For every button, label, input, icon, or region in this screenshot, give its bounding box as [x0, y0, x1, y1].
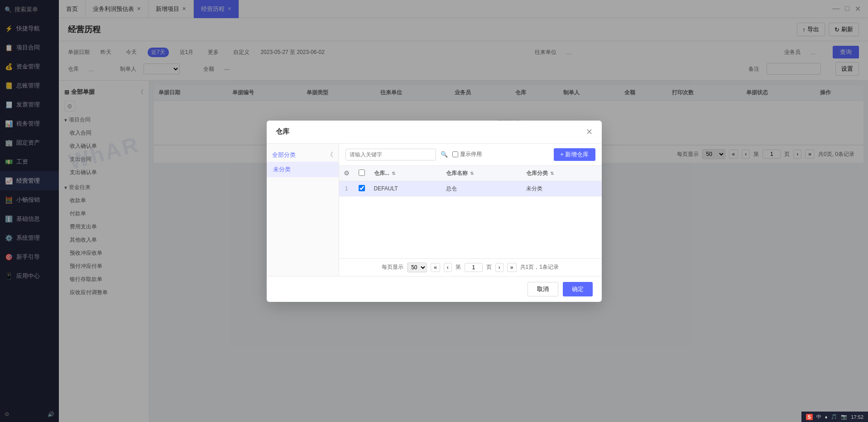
modal-page-label: 第 — [456, 263, 461, 271]
col-settings-icon[interactable]: ⚙ — [344, 170, 350, 177]
show-disabled-checkbox[interactable] — [452, 151, 458, 157]
tray-time: 17:52 — [851, 414, 863, 420]
modal-right-section: 🔍 显示停用 + 新增仓库 ⚙ — [339, 144, 602, 276]
add-warehouse-button[interactable]: + 新增仓库 — [554, 148, 595, 161]
modal-select-all-checkbox[interactable] — [359, 170, 365, 176]
modal-left-collapse-btn[interactable]: 《 — [327, 151, 333, 159]
th-warehouse-code: 仓库... ⇅ — [369, 166, 441, 181]
show-disabled-checkbox-label[interactable]: 显示停用 — [452, 150, 482, 158]
cancel-button[interactable]: 取消 — [528, 282, 558, 296]
tray-diamond-icon: ♦ — [825, 414, 828, 420]
th-settings[interactable]: ⚙ — [339, 166, 354, 181]
modal-table-row[interactable]: 1 DEFAULT 总仓 未分类 — [339, 181, 602, 196]
modal-footer: 取消 确定 — [267, 276, 602, 302]
modal-page-last-btn[interactable]: » — [507, 263, 517, 272]
system-tray: S 中 ♦ 🎵 📷 17:52 — [801, 412, 868, 422]
modal-left-header: 全部分类 《 — [267, 148, 339, 162]
modal-total-text: 共1页，1条记录 — [520, 263, 559, 271]
confirm-button[interactable]: 确定 — [563, 282, 593, 296]
th-check — [354, 166, 369, 181]
modal-table: ⚙ 仓库... ⇅ 仓库名称 — [339, 166, 602, 197]
warehouse-modal: 仓库 ✕ 全部分类 《 未分类 🔍 显示停用 — [267, 121, 602, 302]
modal-table-body: 1 DEFAULT 总仓 未分类 — [339, 181, 602, 196]
row-code: DEFAULT — [369, 181, 441, 196]
modal-page-input[interactable] — [465, 263, 483, 272]
modal-page-prev-btn[interactable]: ‹ — [444, 263, 452, 272]
modal-search-input[interactable] — [345, 149, 436, 160]
modal-left-section: 全部分类 《 未分类 — [267, 144, 339, 276]
modal-per-page-label: 每页显示 — [382, 263, 403, 271]
show-disabled-label: 显示停用 — [460, 150, 482, 158]
modal-body: 全部分类 《 未分类 🔍 显示停用 + 新增仓库 — [267, 144, 602, 276]
modal-close-btn[interactable]: ✕ — [586, 127, 593, 137]
th-warehouse-category: 仓库分类 ⇅ — [522, 166, 602, 181]
modal-toolbar: 🔍 显示停用 + 新增仓库 — [339, 144, 602, 166]
modal-table-header: ⚙ 仓库... ⇅ 仓库名称 — [339, 166, 602, 181]
tray-s-icon: S — [806, 414, 813, 420]
modal-page-first-btn[interactable]: « — [431, 263, 440, 272]
row-name: 总仓 — [441, 181, 522, 196]
all-category-label[interactable]: 全部分类 — [272, 151, 296, 159]
row-check[interactable] — [354, 181, 369, 196]
row-category: 未分类 — [522, 181, 602, 196]
modal-pagination: 每页显示 50 « ‹ 第 页 › » 共1页，1条记录 — [339, 258, 602, 276]
modal-left-item-uncategorized[interactable]: 未分类 — [267, 162, 339, 177]
modal-table-wrap: ⚙ 仓库... ⇅ 仓库名称 — [339, 166, 602, 258]
col-sort-category[interactable]: ⇅ — [550, 171, 554, 176]
modal-table-header-row: ⚙ 仓库... ⇅ 仓库名称 — [339, 166, 602, 181]
modal-page-end: 页 — [486, 263, 492, 271]
col-sort-name[interactable]: ⇅ — [470, 171, 474, 176]
modal-title: 仓库 — [276, 127, 289, 136]
modal-header: 仓库 ✕ — [267, 121, 602, 144]
tray-input-icon: 中 — [816, 413, 821, 420]
modal-overlay: 仓库 ✕ 全部分类 《 未分类 🔍 显示停用 — [0, 0, 868, 422]
row-settings: 1 — [339, 181, 354, 196]
tray-camera-icon: 📷 — [841, 414, 847, 420]
modal-per-page-select[interactable]: 50 — [407, 262, 427, 272]
modal-page-next-btn[interactable]: › — [495, 263, 504, 272]
modal-search-icon[interactable]: 🔍 — [441, 151, 448, 158]
th-warehouse-name: 仓库名称 ⇅ — [441, 166, 522, 181]
col-sort-code[interactable]: ⇅ — [392, 171, 395, 176]
tray-music-icon: 🎵 — [831, 414, 837, 420]
row-checkbox[interactable] — [359, 185, 365, 191]
